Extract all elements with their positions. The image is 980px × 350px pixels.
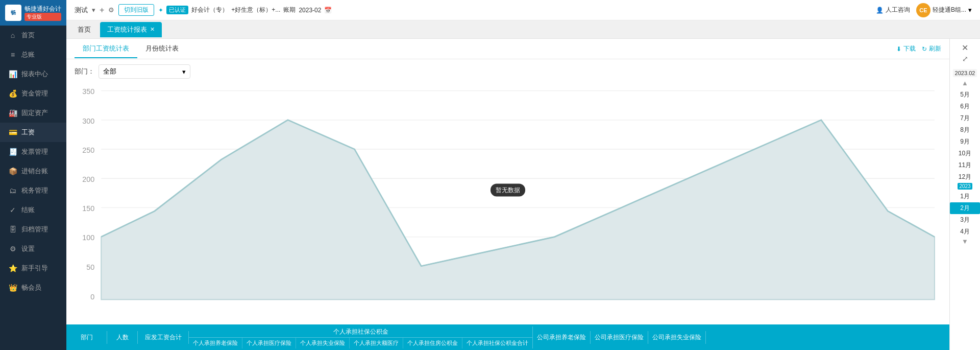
panel-nav-up[interactable]: ▲ [962, 79, 968, 87]
certified-icon: ✦ [158, 7, 163, 14]
sidebar-item-guide[interactable]: ⭐ 新手引导 [0, 259, 66, 278]
user-menu[interactable]: CE 轻捷通B组... ▾ [916, 3, 972, 17]
sidebar-item-label: 总账 [21, 50, 35, 59]
panel-month-11[interactable]: 11月 [950, 159, 980, 171]
sidebar-item-tax[interactable]: 🗂 税务管理 [0, 181, 66, 200]
col-personal-unemployment: 个人承担失业保险 [296, 338, 350, 348]
add-button[interactable]: + [100, 6, 104, 15]
consultant-icon: 👤 [876, 7, 884, 14]
company-name: 测试 [75, 6, 88, 15]
col-company-medical: 公司承担医疗保险 [591, 331, 648, 344]
panel-month-3[interactable]: 3月 [950, 214, 980, 226]
refresh-label: 刷新 [929, 44, 941, 53]
table-footer: 部门 人数 应发工资合计 个人承担社保公积金 个人承担养老保险 个人承担医疗保险… [66, 324, 949, 350]
right-panel: ✕ ⤢ 2023.02 ▲ 5月 6月 7月 8月 9月 10月 11月 12月… [949, 39, 980, 350]
sidebar-item-purchase[interactable]: 📦 进销台账 [0, 161, 66, 181]
topbar-right: 👤 人工咨询 CE 轻捷通B组... ▾ [876, 3, 972, 17]
sidebar-item-salary[interactable]: 💳 工资 [0, 123, 66, 142]
panel-month-10[interactable]: 10月 [950, 148, 980, 159]
sidebar-item-ledger[interactable]: ≡ 总账 [0, 45, 66, 64]
main-area: 测试 ▾ + ⚙ 切到旧版 ✦ 已认证 好会计（专） +好生意（标）+... 账… [66, 0, 980, 350]
sidebar-item-settle[interactable]: ✓ 结账 [0, 200, 66, 220]
refresh-icon: ↻ [922, 45, 927, 53]
subtab-dept[interactable]: 部门工资统计表 [75, 40, 137, 58]
filter-label: 部门： [75, 67, 94, 76]
sidebar-item-label: 设置 [21, 244, 35, 253]
dept-select[interactable]: 全部 ▾ [99, 64, 190, 79]
settings-icon: ⚙ [8, 245, 17, 253]
sidebar-item-assets[interactable]: 🏭 固定资产 [0, 103, 66, 123]
svg-text:300: 300 [82, 116, 94, 125]
tab-salary-report[interactable]: 工资统计报表 ✕ [100, 22, 162, 37]
sidebar-item-invoice[interactable]: 🧾 发票管理 [0, 142, 66, 161]
purchase-icon: 📦 [8, 167, 17, 175]
download-button[interactable]: ⬇ 下载 [896, 44, 916, 53]
panel-month-4[interactable]: 4月 [950, 226, 980, 238]
sidebar-item-label: 工资 [21, 128, 35, 137]
consultant-label: 人工咨询 [886, 6, 910, 14]
home-icon: ⌂ [8, 31, 17, 39]
col-group-header: 个人承担社保公积金 [189, 326, 532, 338]
panel-close-button[interactable]: ✕ [962, 43, 968, 53]
sidebar-item-funds[interactable]: 💰 资金管理 [0, 84, 66, 103]
panel-nav-down[interactable]: ▼ [962, 238, 968, 245]
panel-month-12[interactable]: 12月 [950, 171, 980, 183]
sidebar-item-reports[interactable]: 📊 报表中心 [0, 64, 66, 84]
invoice-icon: 🧾 [8, 148, 17, 156]
svg-text:350: 350 [82, 87, 94, 96]
refresh-button[interactable]: ↻ 刷新 [922, 44, 941, 53]
panel-month-1[interactable]: 1月 [950, 191, 980, 202]
content-main: 部门工资统计表 月份统计表 ⬇ 下载 ↻ 刷新 [66, 39, 949, 350]
col-total-salary: 应发工资合计 [138, 331, 189, 344]
period-value: 2023-02 [299, 7, 321, 14]
consultant-button[interactable]: 👤 人工咨询 [876, 6, 910, 14]
sidebar-item-label: 归档管理 [21, 225, 48, 234]
subtabs: 部门工资统计表 月份统计表 ⬇ 下载 ↻ 刷新 [66, 39, 949, 59]
sidebar-item-member[interactable]: 👑 畅会员 [0, 278, 66, 297]
panel-expand-button[interactable]: ⤢ [962, 55, 968, 63]
guide-icon: ⭐ [8, 264, 17, 272]
subtab-monthly-label: 月份统计表 [145, 44, 179, 52]
extra-services: +好生意（标）+... [231, 6, 280, 14]
logo-name: 畅捷通好会计 [24, 5, 61, 13]
logo: 畅 畅捷通好会计 专业版 [0, 0, 66, 26]
col-personal-housing: 个人承担住房公积金 [403, 338, 462, 348]
sidebar-item-label: 资金管理 [21, 89, 48, 98]
accounting-type: 好会计（专） [191, 6, 228, 14]
panel-month-5[interactable]: 5月 [950, 89, 980, 101]
switch-version-button[interactable]: 切到旧版 [118, 4, 154, 16]
sidebar-item-archive[interactable]: 🗄 归档管理 [0, 220, 66, 239]
col-group-children: 个人承担养老保险 个人承担医疗保险 个人承担失业保险 个人承担大额医疗 个人承担… [189, 338, 532, 348]
dept-select-arrow: ▾ [182, 68, 186, 76]
tabbar: 首页 工资统计报表 ✕ [66, 20, 980, 39]
topbar: 测试 ▾ + ⚙ 切到旧版 ✦ 已认证 好会计（专） +好生意（标）+... 账… [66, 0, 980, 20]
panel-month-8[interactable]: 8月 [950, 124, 980, 136]
subtab-dept-label: 部门工资统计表 [83, 44, 129, 52]
topbar-settings-icon[interactable]: ⚙ [108, 6, 114, 14]
panel-month-7[interactable]: 7月 [950, 112, 980, 124]
subtab-monthly[interactable]: 月份统计表 [137, 40, 187, 58]
ledger-icon: ≡ [8, 51, 17, 59]
tab-salary-label: 工资统计报表 [107, 25, 147, 34]
logo-text-block: 畅捷通好会计 专业版 [24, 5, 61, 21]
panel-month-2[interactable]: 2月 [950, 202, 980, 214]
sidebar-item-label: 进销台账 [21, 167, 48, 176]
sidebar-item-label: 固定资产 [21, 108, 48, 118]
col-company-unemployment: 公司承担失业保险 [648, 331, 706, 344]
col-personal-pension: 个人承担养老保险 [189, 338, 242, 348]
sidebar-item-label: 税务管理 [21, 186, 48, 195]
archive-icon: 🗄 [8, 225, 17, 234]
sidebar-item-label: 结账 [21, 205, 35, 215]
svg-marker-16 [101, 120, 935, 299]
tab-close-icon[interactable]: ✕ [150, 26, 155, 33]
certified-badge: 已认证 [166, 6, 188, 14]
avatar: CE [916, 3, 930, 17]
username: 轻捷通B组... [933, 6, 966, 14]
sidebar-item-home[interactable]: ⌂ 首页 [0, 26, 66, 45]
tab-home[interactable]: 首页 [70, 22, 98, 37]
company-dropdown-icon[interactable]: ▾ [92, 6, 95, 14]
panel-month-6[interactable]: 6月 [950, 101, 980, 112]
sidebar-item-settings[interactable]: ⚙ 设置 [0, 239, 66, 259]
panel-month-9[interactable]: 9月 [950, 136, 980, 148]
tab-home-label: 首页 [78, 25, 91, 34]
